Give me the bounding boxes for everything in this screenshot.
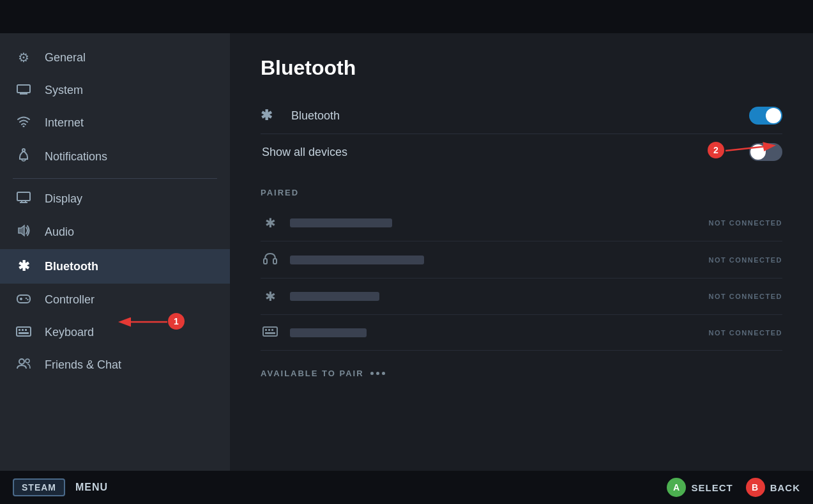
- sidebar-item-internet[interactable]: Internet: [0, 107, 230, 139]
- available-section-header: AVAILABLE TO PAIR: [261, 369, 364, 378]
- device-name-blur: [290, 256, 424, 264]
- sidebar-item-general[interactable]: ⚙ General: [0, 41, 230, 74]
- friends-icon: [15, 358, 32, 372]
- svg-point-15: [27, 299, 28, 300]
- select-label: SELECT: [691, 482, 733, 493]
- svg-point-4: [23, 126, 25, 128]
- sidebar-item-label: Display: [45, 192, 82, 206]
- svg-rect-26: [265, 329, 267, 331]
- svg-rect-18: [22, 329, 24, 331]
- spinner-dot-3: [382, 372, 385, 375]
- a-button[interactable]: A: [667, 478, 686, 497]
- steam-button[interactable]: STEAM: [13, 478, 65, 496]
- bottom-right-actions: A SELECT B BACK: [667, 478, 800, 497]
- sidebar-item-friends-chat[interactable]: Friends & Chat: [0, 349, 230, 381]
- sidebar-item-audio[interactable]: Audio: [0, 215, 230, 249]
- svg-rect-24: [273, 259, 277, 264]
- sidebar-item-notifications[interactable]: Notifications: [0, 139, 230, 174]
- device-status: NOT CONNECTED: [709, 256, 782, 264]
- sidebar-item-display[interactable]: Display: [0, 183, 230, 215]
- show-all-devices-label: Show all devices: [261, 146, 749, 159]
- paired-section-header: PAIRED: [261, 188, 782, 197]
- sidebar-item-label: Friends & Chat: [45, 358, 121, 372]
- sidebar-item-controller[interactable]: Controller: [0, 284, 230, 316]
- device-status: NOT CONNECTED: [709, 293, 782, 300]
- device-row[interactable]: ✱ NOT CONNECTED: [261, 279, 782, 315]
- sidebar-item-label: Bluetooth: [45, 260, 98, 273]
- svg-marker-10: [19, 225, 24, 236]
- bluetooth-toggle-row: ✱ Bluetooth: [261, 98, 782, 134]
- svg-rect-25: [263, 327, 277, 336]
- svg-rect-23: [264, 259, 267, 264]
- bluetooth-toggle-label: Bluetooth: [291, 109, 749, 123]
- device-status: NOT CONNECTED: [709, 219, 782, 227]
- bluetooth-device-icon: ✱: [261, 215, 280, 231]
- page-title: Bluetooth: [261, 56, 782, 80]
- loading-spinner: [370, 372, 385, 375]
- bluetooth-icon-sidebar: ✱: [15, 258, 32, 275]
- device-row[interactable]: NOT CONNECTED: [261, 315, 782, 351]
- device-name-blur: [290, 292, 379, 301]
- sidebar-item-label: System: [45, 84, 83, 97]
- select-action: A SELECT: [667, 478, 733, 497]
- available-section: AVAILABLE TO PAIR: [261, 369, 782, 378]
- main-layout: ⚙ General System: [0, 33, 813, 471]
- spinner-dot-1: [370, 372, 374, 375]
- device-row[interactable]: ✱ NOT CONNECTED: [261, 205, 782, 241]
- controller-icon: [15, 293, 32, 307]
- display-icon: [15, 192, 32, 206]
- device-name-blur: [290, 218, 392, 227]
- back-label: BACK: [770, 482, 800, 493]
- spinner-dot-2: [376, 372, 379, 375]
- sidebar-divider: [13, 178, 217, 179]
- b-button[interactable]: B: [746, 478, 765, 497]
- menu-label: MENU: [75, 482, 108, 493]
- bluetooth-device-icon: ✱: [261, 289, 280, 304]
- device-row[interactable]: NOT CONNECTED: [261, 241, 782, 279]
- back-action: B BACK: [746, 478, 800, 497]
- bluetooth-icon: ✱: [261, 107, 284, 124]
- svg-rect-16: [17, 327, 31, 336]
- sidebar-item-system[interactable]: System: [0, 74, 230, 107]
- svg-rect-20: [19, 332, 29, 334]
- sidebar-item-label: Audio: [45, 225, 74, 239]
- top-bar: [0, 0, 813, 33]
- sidebar-item-bluetooth[interactable]: ✱ Bluetooth: [0, 249, 230, 284]
- svg-rect-6: [17, 192, 30, 201]
- bluetooth-toggle[interactable]: [749, 107, 782, 125]
- svg-rect-28: [271, 329, 273, 331]
- sidebar: ⚙ General System: [0, 33, 230, 471]
- monitor-icon: [15, 83, 32, 98]
- annotation-2: 2: [708, 142, 724, 158]
- device-status: NOT CONNECTED: [709, 329, 782, 337]
- svg-rect-19: [25, 329, 27, 331]
- svg-rect-27: [268, 329, 270, 331]
- svg-rect-17: [19, 329, 20, 331]
- svg-point-21: [19, 359, 24, 364]
- wifi-icon: [15, 116, 32, 130]
- gear-icon: ⚙: [15, 50, 32, 65]
- show-all-devices-row: Show all devices: [261, 134, 782, 170]
- sidebar-item-label: Keyboard: [45, 326, 94, 339]
- show-all-devices-toggle[interactable]: [749, 143, 782, 161]
- svg-rect-0: [17, 85, 30, 93]
- sidebar-item-label: Internet: [45, 116, 84, 130]
- sidebar-item-label: Controller: [45, 293, 95, 307]
- sidebar-item-keyboard[interactable]: Keyboard: [0, 316, 230, 349]
- notifications-icon: [15, 148, 32, 165]
- annotation-1: 1: [168, 313, 185, 330]
- keyboard-device-icon: [261, 325, 280, 340]
- content-area: Bluetooth ✱ Bluetooth Show all devices P…: [230, 33, 813, 471]
- keyboard-icon: [15, 325, 32, 340]
- svg-point-22: [26, 359, 29, 363]
- bottom-bar: STEAM MENU A SELECT B BACK: [0, 471, 813, 504]
- svg-rect-29: [265, 332, 275, 334]
- sidebar-item-label: Notifications: [45, 150, 107, 164]
- headphone-device-icon: [261, 252, 280, 268]
- audio-icon: [15, 224, 32, 240]
- sidebar-item-label: General: [45, 51, 86, 65]
- device-name-blur: [290, 328, 367, 337]
- svg-point-14: [26, 298, 27, 299]
